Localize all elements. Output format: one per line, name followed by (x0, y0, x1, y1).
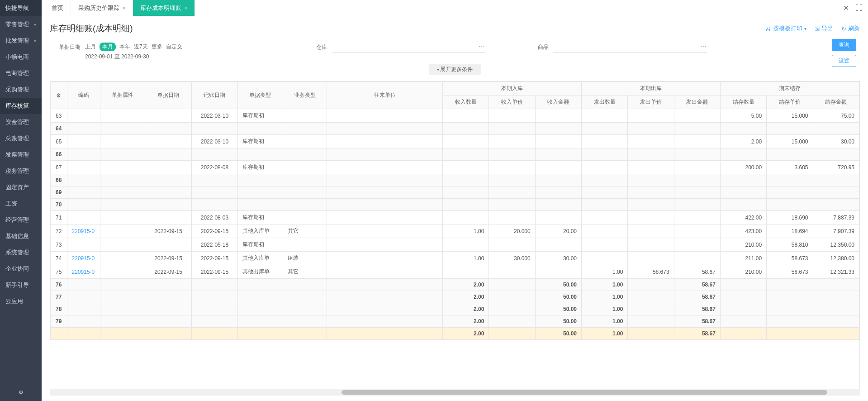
sidebar-item[interactable]: 批发管理▾ (0, 33, 42, 49)
sidebar-item-label: 采购管理 (5, 86, 29, 94)
export-button[interactable]: ⇲导出 (815, 24, 833, 33)
col-end-price[interactable]: 结存单价 (767, 95, 813, 109)
table-row: 72220915-02022-09-152022-09-15其他入库单其它1.0… (51, 224, 859, 238)
table-row: 792.0050.001.0058.67 (51, 315, 859, 328)
col-out-amt[interactable]: 发出金额 (674, 95, 720, 109)
table-row: 672022-08-08库存期初200.003.605720.95 (51, 161, 859, 174)
caret-icon: ▾ (34, 22, 36, 27)
product-input[interactable]: ⋯ (553, 43, 707, 53)
sidebar-item-label: 库存核算 (5, 102, 29, 110)
sidebar-item[interactable]: 库存核算 (0, 98, 42, 114)
sidebar-item-label: 税务管理 (5, 167, 29, 175)
col-biz-type[interactable]: 业务类型 (283, 82, 327, 109)
horizontal-scrollbar[interactable] (50, 389, 860, 396)
filter-bar: 单据日期 上月本月本年近7天更多自定义 2022-09-01 至 2022-09… (42, 39, 868, 81)
expand-filters-button[interactable]: ▾ 展开更多条件 (429, 64, 481, 75)
sidebar-item[interactable]: 采购管理 (0, 81, 42, 98)
date-option[interactable]: 更多 (152, 43, 162, 51)
sidebar-item-label: 小畅电商 (5, 53, 29, 61)
warehouse-input[interactable]: ⋯ (332, 43, 485, 53)
date-option[interactable]: 自定义 (166, 43, 182, 51)
close-all-icon[interactable]: ✕ (843, 4, 849, 12)
sidebar-item[interactable]: 系统管理 (0, 244, 42, 261)
sidebar-item[interactable]: 云应用 (0, 293, 42, 310)
col-doc-date[interactable]: 单据日期 (145, 82, 191, 109)
sidebar-item-label: 电商管理 (5, 69, 29, 77)
sidebar-item-label: 经营管理 (5, 216, 29, 224)
caret-icon: ▾ (34, 38, 36, 43)
col-end-qty[interactable]: 结存数量 (720, 95, 766, 109)
sidebar-item[interactable]: 企业协同 (0, 261, 42, 277)
doc-link[interactable]: 220915-0 (72, 255, 95, 262)
sidebar-item[interactable]: 电商管理 (0, 65, 42, 81)
sidebar-item[interactable]: 基础信息 (0, 228, 42, 244)
col-out-price[interactable]: 发出单价 (628, 95, 674, 109)
tab-label: 库存成本明细账 (140, 4, 181, 12)
date-option[interactable]: 近7天 (134, 43, 148, 51)
sidebar-item-label: 工资 (5, 200, 17, 208)
date-range: 2022-09-01 至 2022-09-30 (85, 53, 182, 61)
col-in-price[interactable]: 收入单价 (489, 95, 535, 109)
setting-button[interactable]: 设置 (832, 55, 856, 67)
date-option[interactable]: 上月 (85, 43, 96, 51)
sidebar-item[interactable]: 税务管理 (0, 163, 42, 179)
sidebar-item[interactable]: 资金管理 (0, 114, 42, 130)
print-button[interactable]: 🖨按模板打印 ▾ (765, 24, 806, 33)
col-gear[interactable]: ⚙ (51, 82, 67, 109)
data-table: ⚙ 编码 单据属性 单据日期 记账日期 单据类型 业务类型 往来单位 本期入库 … (50, 81, 860, 389)
sidebar-item[interactable]: 小畅电商 (0, 49, 42, 65)
col-out-qty[interactable]: 发出数量 (582, 95, 628, 109)
query-button[interactable]: 查询 (832, 39, 856, 51)
col-doc-type[interactable]: 单据类型 (238, 82, 283, 109)
close-icon[interactable]: × (122, 5, 125, 11)
tab[interactable]: 采购历史价跟踪× (71, 0, 133, 16)
table-row: 712022-08-03库存期初422.0018.6907,887.39 (51, 211, 859, 224)
col-in-qty[interactable]: 收入数量 (443, 95, 489, 109)
warehouse-lookup-icon[interactable]: ⋯ (479, 43, 485, 50)
sidebar-settings[interactable]: ⚙ (0, 383, 42, 401)
sidebar-item[interactable]: 总账管理 (0, 130, 42, 147)
col-attr[interactable]: 单据属性 (100, 82, 145, 109)
sidebar-item-label: 总账管理 (5, 134, 29, 143)
product-lookup-icon[interactable]: ⋯ (700, 43, 707, 50)
tab[interactable]: 库存成本明细账× (133, 0, 195, 16)
table-row: 68 (51, 174, 859, 186)
col-end-amt[interactable]: 结存金额 (813, 95, 859, 109)
sidebar-item-label: 新手引导 (5, 281, 29, 289)
table-row: 69 (51, 186, 859, 199)
table-row: 70 (51, 199, 859, 211)
sidebar-item-label: 云应用 (5, 297, 23, 306)
doc-link[interactable]: 220915-0 (72, 269, 95, 275)
sidebar-item[interactable]: 工资 (0, 196, 42, 212)
sidebar-item[interactable]: 新手引导 (0, 277, 42, 293)
sidebar-item[interactable]: 快捷导航 (0, 0, 42, 16)
refresh-button[interactable]: ↻刷新 (841, 24, 860, 33)
sidebar-item[interactable]: 固定资产 (0, 179, 42, 196)
date-option[interactable]: 本年 (119, 43, 130, 51)
col-post-date[interactable]: 记账日期 (191, 82, 237, 109)
close-icon[interactable]: × (184, 5, 187, 11)
sidebar-item[interactable]: 经营管理 (0, 212, 42, 228)
export-icon: ⇲ (815, 25, 820, 32)
doc-link[interactable]: 220915-0 (72, 228, 95, 234)
table-row: 632022-03-10库存期初5.0015.00075.00 (51, 109, 859, 123)
tab[interactable]: 首页 (44, 0, 71, 16)
table-row: 74220915-02022-09-152022-09-15其他入库单组装1.0… (51, 252, 859, 265)
col-sku[interactable]: 编码 (67, 82, 100, 109)
sidebar-item-label: 基础信息 (5, 232, 29, 240)
warehouse-label: 仓库 (300, 43, 327, 51)
fullscreen-icon[interactable]: ⛶ (855, 4, 863, 12)
col-group-out: 本期出库 (582, 82, 721, 95)
col-group-end: 期末结存 (720, 82, 859, 95)
col-group-in: 本期入库 (443, 82, 582, 95)
col-partner[interactable]: 往来单位 (327, 82, 443, 109)
date-option[interactable]: 本月 (100, 43, 116, 51)
table-row: 732022-05-18库存期初210.0058.81012,350.00 (51, 238, 859, 252)
table-row: 75220915-02022-09-152022-09-15其他出库单其它1.0… (51, 265, 859, 279)
sidebar-item[interactable]: 零售管理▾ (0, 16, 42, 33)
page-title: 库存明细账(成本明细) (50, 23, 133, 34)
sidebar-item[interactable]: 发票管理 (0, 147, 42, 163)
table-row: 64 (51, 123, 859, 135)
col-in-amt[interactable]: 收入金额 (535, 95, 581, 109)
sidebar-item-label: 零售管理 (5, 20, 29, 29)
